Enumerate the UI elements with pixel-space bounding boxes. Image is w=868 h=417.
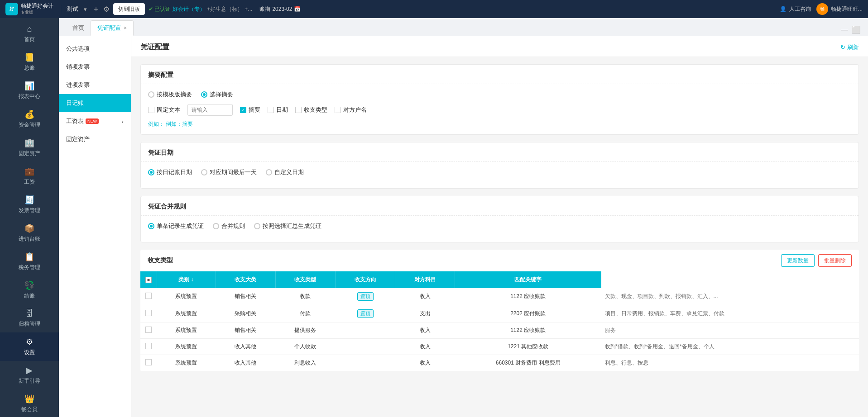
row-checkbox-0[interactable]: [145, 293, 152, 299]
sidebar-label-member: 畅会员: [21, 406, 38, 413]
radio-journal-date[interactable]: 按日记账日期: [148, 168, 192, 176]
user-info[interactable]: 畅 畅捷通旺旺...: [816, 3, 863, 15]
tab-home[interactable]: 首页: [66, 20, 91, 36]
checkbox-date[interactable]: 日期: [268, 106, 288, 114]
tab-close-icon[interactable]: ×: [124, 25, 127, 31]
sidebar-item-ledger[interactable]: 📒 总账: [0, 48, 59, 76]
radio-custom-date-circle: [266, 169, 272, 175]
sidebar-item-settlement[interactable]: 💱 结账: [0, 276, 59, 304]
radio-custom-date[interactable]: 自定义日期: [266, 168, 304, 176]
help-label: 人工咨询: [789, 5, 811, 13]
chevron-down-icon[interactable]: ▾: [84, 6, 87, 13]
radio-merge-rule-circle: [213, 223, 219, 229]
sidebar-label-tax: 税务管理: [19, 264, 40, 271]
sub-sidebar-item-fixed-assets[interactable]: 固定资产: [59, 130, 131, 148]
td-keywords-3: 收到*借款、收到*备用金、退回*备用金、个人: [601, 339, 859, 355]
td-checkbox-1[interactable]: [140, 305, 157, 322]
td-checkbox-3[interactable]: [140, 339, 157, 355]
radio-merge-rule[interactable]: 合并规则: [213, 222, 245, 230]
sidebar-item-salary[interactable]: 💼 工资: [0, 162, 59, 190]
sub-sidebar-item-sales-invoice[interactable]: 销项发票: [59, 58, 131, 76]
radio-custom-date-label: 自定义日期: [274, 168, 304, 176]
window-maximize-icon[interactable]: ⬜: [852, 25, 861, 34]
add-icon[interactable]: ＋: [92, 5, 100, 14]
window-minimize-icon[interactable]: —: [841, 26, 848, 34]
sidebar-item-member[interactable]: 👑 畅会员: [0, 389, 59, 417]
refresh-btn[interactable]: ↻ 刷新: [840, 43, 859, 52]
sub-sidebar-item-purchase-invoice[interactable]: 进项发票: [59, 76, 131, 94]
table-row: 系统预置 销售相关 提供服务 收入 1122 应收账款 服务: [140, 322, 859, 339]
update-count-btn[interactable]: 更新数量: [781, 254, 815, 267]
td-major-0: 销售相关: [216, 288, 275, 305]
calendar-icon[interactable]: 📅: [294, 6, 301, 12]
income-type-section: 收支类型 更新数量 批量删除: [140, 250, 859, 371]
checkbox-counterpart[interactable]: 对方户名: [335, 106, 367, 114]
th-type: 收支类型: [275, 271, 335, 288]
merge-body: 单条记录生成凭证 合并规则 按照选择汇总生成凭证: [141, 216, 858, 242]
table-actions: 更新数量 批量删除: [781, 254, 852, 267]
radio-merge-rule-label: 合并规则: [221, 222, 245, 230]
radio-select-circle: [201, 91, 207, 98]
summary-title: 摘要配置: [141, 65, 858, 84]
sidebar-item-assets[interactable]: 🏢 固定资产: [0, 133, 59, 162]
merge-title: 凭证合并规则: [141, 196, 858, 216]
sidebar-item-home[interactable]: ⌂ 首页: [0, 20, 59, 48]
tag-top-0: 置顶: [357, 292, 374, 301]
radio-by-select[interactable]: 按照选择汇总生成凭证: [254, 222, 321, 230]
td-checkbox-2[interactable]: [140, 322, 157, 339]
radio-select-summary[interactable]: 选择摘要: [201, 90, 233, 99]
sidebar-item-reports[interactable]: 📊 报表中心: [0, 76, 59, 105]
sidebar-item-archive[interactable]: 🗄 归档管理: [0, 304, 59, 332]
td-keywords-0: 欠款、现金、项目款、到款、报销款、汇入、...: [601, 288, 859, 305]
batch-delete-btn[interactable]: 批量删除: [818, 254, 852, 267]
checkbox-summary[interactable]: ✓ 摘要: [240, 106, 260, 114]
date-body: 按日记账日期 对应期间最后一天 自定义日期: [141, 162, 858, 188]
checkbox-income-type[interactable]: 收支类型: [295, 106, 327, 114]
checkbox-income-type-box: [295, 107, 302, 113]
radio-template-label: 按模板版摘要: [157, 90, 192, 99]
new-badge: NEW: [86, 118, 99, 124]
sub-sidebar-item-payroll[interactable]: 工资表 NEW ›: [59, 112, 131, 130]
settings-nav-icon: ⚙: [26, 337, 33, 347]
status-certified: ✔ 已认证: [149, 5, 171, 13]
sidebar-item-invoice-mgmt[interactable]: 🧾 发票管理: [0, 190, 59, 219]
settings-icon[interactable]: ⚙: [103, 5, 110, 14]
summary-radio-group: 按模板版摘要 选择摘要: [148, 90, 851, 99]
sub-sidebar-item-journal[interactable]: 日记账: [59, 94, 131, 112]
sidebar-item-purchase[interactable]: 📦 进销台账: [0, 219, 59, 247]
checkbox-fixed-text[interactable]: 固定文本: [148, 106, 180, 114]
sidebar-item-guide[interactable]: ▶ 新手引导: [0, 361, 59, 389]
radio-journal-date-circle: [148, 169, 154, 175]
inner-layout: 公共选项 销项发票 进项发票 日记账 工资表 NEW ›: [59, 36, 868, 417]
logo-icon: 好: [5, 3, 18, 15]
sidebar-item-funds[interactable]: 💰 资金管理: [0, 105, 59, 133]
checkbox-date-label: 日期: [276, 106, 288, 114]
radio-template[interactable]: 按模板版摘要: [148, 90, 192, 99]
tab-voucher-config[interactable]: 凭证配置 ×: [91, 20, 134, 36]
switch-old-btn[interactable]: 切到旧版: [113, 3, 145, 15]
row-checkbox-2[interactable]: [145, 327, 152, 333]
row-checkbox-3[interactable]: [145, 343, 152, 349]
reports-icon: 📊: [24, 81, 34, 91]
fixed-text-input[interactable]: [187, 104, 233, 116]
td-subject-2: 1122 应收账款: [455, 322, 601, 339]
radio-period-last[interactable]: 对应期间最后一天: [201, 168, 257, 176]
select-all-checkbox[interactable]: ■: [145, 277, 152, 283]
sub-sidebar-item-public[interactable]: 公共选项: [59, 40, 131, 58]
td-checkbox-4[interactable]: [140, 355, 157, 371]
merge-section: 凭证合并规则 单条记录生成凭证 合并规则: [140, 196, 859, 242]
sidebar-item-settings[interactable]: ⚙ 设置: [0, 332, 59, 361]
company-name[interactable]: 测试: [67, 5, 78, 13]
checkbox-fixed-text-box: [148, 107, 154, 113]
help-btn[interactable]: 👤 人工咨询: [780, 5, 811, 13]
row-checkbox-1[interactable]: [145, 310, 152, 316]
td-checkbox-0[interactable]: [140, 288, 157, 305]
sidebar-label-reports: 报表中心: [19, 93, 40, 100]
sidebar-item-tax[interactable]: 📋 税务管理: [0, 247, 59, 276]
sidebar: ⌂ 首页 📒 总账 📊 报表中心 💰 资金管理 🏢 固定资产 💼 工资 🧾 发票…: [0, 18, 59, 417]
tag-good-accounting: 好会计（专）: [173, 5, 205, 13]
th-keywords: 匹配关键字: [455, 271, 601, 288]
period-value[interactable]: 2023-02: [272, 6, 292, 12]
radio-single[interactable]: 单条记录生成凭证: [148, 222, 204, 230]
row-checkbox-4[interactable]: [145, 359, 152, 365]
